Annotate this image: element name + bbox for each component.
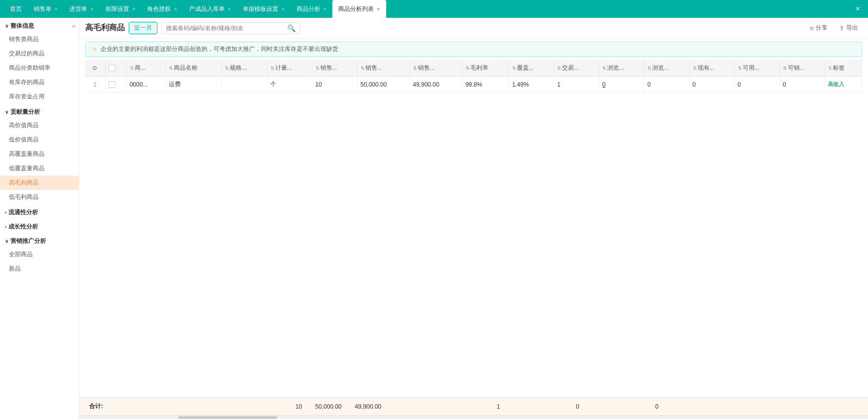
sidebar-item-category-assist[interactable]: 商品分类助销率 (0, 61, 79, 75)
data-table: ⚙ ⇅商... ⇅商品名称 ⇅规格... ⇅计量... ⇅销售... ⇅销售..… (85, 60, 862, 93)
col-coverage[interactable]: ⇅覆盖... (509, 60, 554, 77)
info-banner: ✧ 企业的主要的利润都是这部分商品创造的，可考虑加大推广，同时关注库存是不要出现… (85, 42, 862, 57)
sidebar-item-low-value[interactable]: 低价值商品 (0, 133, 79, 147)
nav-tab-home[interactable]: 首页 (4, 0, 28, 18)
col-spec[interactable]: ⇅规格... (222, 60, 267, 77)
view1-link[interactable]: 0 (602, 81, 606, 88)
nav-tab-goods-analysis-close[interactable]: × (323, 6, 326, 12)
sidebar-collapse-button[interactable]: « (72, 22, 76, 30)
export-button[interactable]: ⇪ 导出 (835, 22, 862, 34)
search-box[interactable]: 🔍 (161, 22, 300, 34)
nav-tab-purchase[interactable]: 进货单 × (63, 0, 99, 18)
nav-tab-permission-label: 权限设置 (105, 5, 129, 13)
filter-recent-month-button[interactable]: 近一月 (129, 22, 157, 34)
nav-tab-role-close[interactable]: × (174, 6, 177, 12)
col-sales-cost[interactable]: ⇅销售... (409, 60, 462, 77)
footer-sales-qty: 10 (265, 403, 305, 410)
row-trade: 1 (554, 77, 599, 93)
sidebar-item-high-value[interactable]: 高价值商品 (0, 118, 79, 133)
nav-tab-role[interactable]: 角色授权 × (141, 0, 183, 18)
scroll-thumb[interactable] (178, 416, 277, 419)
row-check[interactable] (105, 77, 126, 93)
nav-tab-template[interactable]: 单据模板设置 × (237, 0, 290, 18)
nav-tab-template-label: 单据模板设置 (243, 5, 278, 13)
sidebar-item-high-margin[interactable]: 高毛利商品 (0, 176, 79, 190)
sidebar-group-overall[interactable]: ∨ 整体信息 (0, 18, 79, 32)
col-saleable[interactable]: ⇅可销... (779, 60, 824, 77)
col-check[interactable] (105, 60, 126, 77)
table-row: 1 0000... 运费 个 10 50,000.00 49,900.00 99… (85, 77, 862, 93)
sidebar-item-low-margin[interactable]: 低毛利商品 (0, 190, 79, 204)
col-sales-amount[interactable]: ⇅销售... (357, 60, 409, 77)
col-view2[interactable]: ⇅浏览... (644, 60, 689, 77)
nav-tab-goods-analysis[interactable]: 商品分析 × (291, 0, 332, 18)
sidebar-group-overall-arrow: ∨ (5, 23, 8, 29)
col-current[interactable]: ⇅现有... (689, 60, 734, 77)
sidebar-item-sales-goods[interactable]: 销售类商品 (0, 32, 79, 47)
sidebar-group-contribution[interactable]: ∨ 贡献量分析 (0, 104, 79, 118)
nav-tab-goods-list[interactable]: 商品分析列表 × (332, 0, 386, 18)
row-tag: 高收入 (824, 77, 862, 93)
col-unit[interactable]: ⇅计量... (267, 60, 312, 77)
nav-tab-goods-analysis-label: 商品分析 (297, 5, 320, 13)
nav-tab-template-close[interactable]: × (281, 6, 284, 12)
row-view1[interactable]: 0 (599, 77, 644, 93)
row-checkbox[interactable] (108, 81, 115, 88)
content-header: 高毛利商品 近一月 🔍 ⎋ 分享 ⇪ 导出 (79, 18, 868, 39)
sidebar-item-low-coverage[interactable]: 低覆盖量商品 (0, 161, 79, 176)
sidebar-item-new-goods[interactable]: 新品 (0, 262, 79, 276)
horizontal-scrollbar[interactable] (79, 415, 868, 419)
nav-tab-home-label: 首页 (10, 5, 22, 13)
nav-tab-product-in-close[interactable]: × (228, 6, 231, 12)
col-sales-qty[interactable]: ⇅销售... (312, 60, 357, 77)
row-saleable: 0 (779, 77, 824, 93)
footer-available: 0 (622, 403, 662, 410)
sidebar-group-liquidity[interactable]: › 流通性分析 (0, 204, 79, 219)
sidebar-item-stock-goods[interactable]: 有库存的商品 (0, 75, 79, 90)
table-header-row: ⚙ ⇅商... ⇅商品名称 ⇅规格... ⇅计量... ⇅销售... ⇅销售..… (85, 60, 862, 77)
col-view1[interactable]: ⇅浏览... (599, 60, 644, 77)
col-settings[interactable]: ⚙ (85, 60, 105, 77)
info-banner-text: 企业的主要的利润都是这部分商品创造的，可考虑加大推广，同时关注库存是不要出现缺货 (101, 45, 338, 53)
col-tag[interactable]: ⇅标签 (824, 60, 862, 77)
sidebar-group-marketing[interactable]: ∨ 营销推广分析 (0, 233, 79, 247)
col-trade[interactable]: ⇅交易... (554, 60, 599, 77)
row-spec (222, 77, 267, 93)
content-area: 高毛利商品 近一月 🔍 ⎋ 分享 ⇪ 导出 ✧ 企业的主要的利润都是这部分商品创… (79, 18, 868, 419)
sidebar-item-all-goods[interactable]: 全部商品 (0, 247, 79, 262)
info-icon: ✧ (92, 46, 98, 53)
nav-tab-goods-list-close[interactable]: × (377, 6, 380, 12)
tag-badge: 高收入 (828, 81, 844, 87)
nav-tab-purchase-close[interactable]: × (90, 6, 93, 12)
row-sales-qty: 10 (312, 77, 357, 93)
search-icon[interactable]: 🔍 (287, 24, 296, 32)
data-table-wrapper: ⚙ ⇅商... ⇅商品名称 ⇅规格... ⇅计量... ⇅销售... ⇅销售..… (85, 60, 862, 397)
sidebar-group-liquidity-title: 流通性分析 (8, 208, 38, 217)
col-name[interactable]: ⇅商品名称 (166, 60, 222, 77)
select-all-checkbox[interactable] (108, 65, 115, 72)
share-button[interactable]: ⎋ 分享 (806, 22, 831, 34)
sidebar-group-growth-arrow: › (5, 224, 6, 230)
nav-tab-goods-list-label: 商品分析列表 (338, 5, 374, 13)
nav-tab-permission[interactable]: 权限设置 × (100, 0, 141, 18)
footer-totals: 合计: 10 50,000.00 49,900.00 1 0 0 (79, 397, 868, 415)
col-gross-rate[interactable]: ⇅毛利率 (462, 60, 509, 77)
search-input[interactable] (166, 25, 287, 32)
sidebar-group-marketing-arrow: ∨ (5, 238, 8, 244)
nav-tab-role-label: 角色授权 (147, 5, 171, 13)
col-available[interactable]: ⇅可用... (734, 60, 779, 77)
window-close-button[interactable]: × (852, 4, 864, 13)
nav-tab-sales[interactable]: 销售单 × (28, 0, 63, 18)
sidebar-group-growth[interactable]: › 成长性分析 (0, 219, 79, 233)
col-code[interactable]: ⇅商... (126, 60, 165, 77)
row-coverage: 1.49% (509, 77, 554, 93)
sidebar-item-high-coverage[interactable]: 高覆盖量商品 (0, 147, 79, 161)
nav-tab-sales-close[interactable]: × (54, 6, 57, 12)
sidebar-group-overall-title: 整体信息 (10, 22, 34, 30)
export-icon: ⇪ (839, 25, 844, 32)
page-title: 高毛利商品 (85, 23, 125, 33)
nav-tab-permission-close[interactable]: × (132, 6, 135, 12)
nav-tab-product-in[interactable]: 产成品入库单 × (183, 0, 237, 18)
sidebar-item-traded-goods[interactable]: 交易过的商品 (0, 47, 79, 61)
sidebar-item-stock-capital[interactable]: 库存资金占用 (0, 90, 79, 104)
